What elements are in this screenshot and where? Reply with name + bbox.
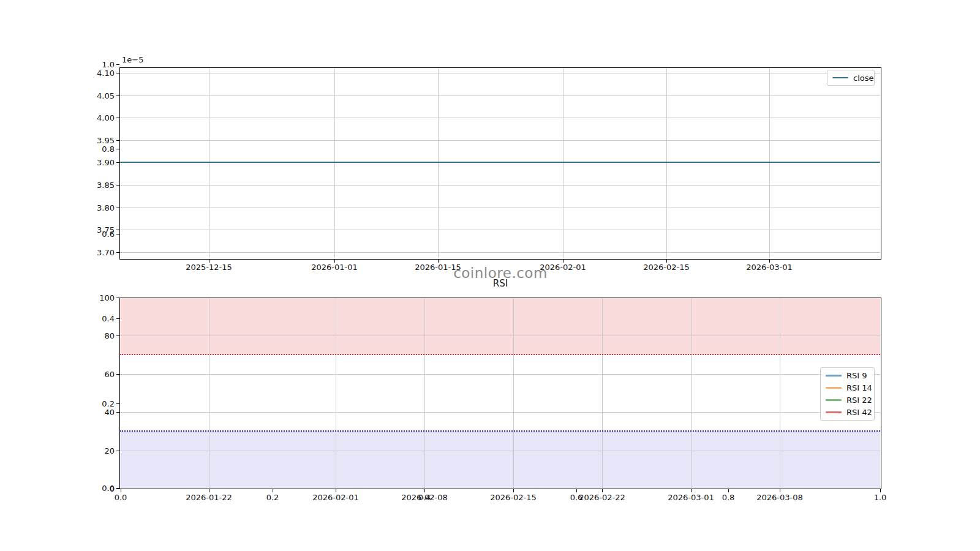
price-y-tick-label: 3.95	[97, 135, 115, 144]
gridline-horizontal	[120, 185, 880, 186]
overlay-y-tick-label: 0.4	[102, 314, 115, 323]
tick-mark	[116, 234, 119, 234]
tick-mark	[116, 252, 119, 253]
legend-label: RSI 9	[846, 371, 867, 380]
oversold-band	[120, 431, 880, 488]
chart-figure: 1e−5 coinlore.com RSI close RSI 9RSI 14R…	[0, 0, 980, 551]
gridline-vertical	[780, 298, 780, 488]
overlay-y-tick-label: 0.6	[102, 229, 115, 238]
gridline-horizontal	[120, 335, 880, 336]
tick-mark	[576, 489, 577, 492]
gridline-horizontal	[120, 118, 880, 118]
rsi-x-tick-label: 2026-02-01	[312, 493, 359, 502]
tick-mark	[121, 489, 121, 492]
gridline-vertical	[424, 298, 425, 488]
tick-mark	[336, 489, 336, 492]
price-x-tick-label: 2026-02-01	[540, 263, 586, 272]
gridline-vertical	[513, 298, 514, 488]
gridline-horizontal	[120, 412, 880, 413]
price-y-tick-label: 3.80	[97, 203, 115, 212]
rsi-legend: RSI 9RSI 14RSI 22RSI 42	[820, 367, 875, 421]
rsi-x-tick-label: 2026-01-22	[186, 493, 232, 502]
overbought-threshold-line	[120, 354, 880, 355]
tick-mark	[116, 374, 119, 375]
overlay-y-tick-label: 1.0	[102, 60, 115, 69]
rsi-y-tick-label: 0	[110, 484, 115, 493]
overlay-x-tick-label: 1.0	[874, 493, 887, 502]
legend-line-sample	[826, 399, 842, 401]
rsi-panel-title: RSI	[493, 278, 508, 289]
rsi-y-tick-label: 100	[99, 293, 115, 302]
tick-mark	[116, 318, 119, 319]
gridline-horizontal	[120, 140, 880, 141]
tick-mark	[116, 208, 119, 208]
tick-mark	[116, 230, 119, 230]
tick-mark	[602, 489, 603, 492]
gridline-horizontal	[120, 96, 880, 96]
tick-mark	[424, 489, 425, 492]
legend-row: RSI 42	[826, 408, 869, 417]
price-x-tick-label: 2026-02-15	[643, 263, 690, 272]
gridline-horizontal	[120, 451, 880, 451]
gridline-horizontal	[120, 208, 880, 208]
price-x-tick-label: 2026-03-01	[746, 263, 793, 272]
rsi-x-tick-label: 2026-02-22	[579, 493, 625, 502]
price-y-tick-label: 4.10	[97, 69, 115, 78]
price-x-tick-label: 2025-12-15	[186, 263, 232, 272]
rsi-x-tick-label: 2026-03-01	[668, 493, 714, 502]
rsi-x-tick-label: 2026-02-15	[490, 493, 537, 502]
close-legend: close	[827, 70, 875, 86]
tick-mark	[513, 489, 514, 492]
tick-mark	[273, 489, 273, 492]
tick-mark	[116, 412, 119, 413]
gridline-vertical	[336, 298, 336, 488]
overlay-x-tick-label: 0.2	[266, 493, 279, 502]
tick-mark	[116, 298, 119, 298]
legend-row: RSI 14	[826, 383, 869, 392]
oversold-threshold-line	[120, 430, 880, 432]
tick-mark	[116, 118, 119, 118]
tick-mark	[116, 96, 119, 96]
tick-mark	[116, 403, 119, 404]
tick-mark	[116, 162, 119, 163]
price-y-tick-label: 4.00	[97, 113, 115, 122]
gridline-horizontal	[120, 252, 880, 253]
tick-mark	[691, 489, 692, 492]
rsi-y-tick-label: 20	[104, 446, 115, 455]
tick-mark	[116, 489, 119, 489]
legend-line-sample	[826, 411, 842, 413]
overlay-x-tick-label: 0.6	[570, 493, 583, 502]
rsi-y-tick-label: 60	[104, 369, 115, 378]
gridline-vertical	[602, 298, 603, 488]
rsi-x-tick-label: 2026-03-08	[756, 493, 803, 502]
tick-mark	[116, 149, 119, 149]
legend-row: RSI 9	[826, 371, 869, 380]
tick-mark	[728, 489, 729, 492]
overlay-x-tick-label: 0.4	[418, 493, 431, 502]
close-line	[120, 162, 880, 163]
legend-line-sample	[826, 387, 842, 389]
legend-label: close	[853, 73, 873, 83]
rsi-y-tick-label: 80	[104, 331, 115, 340]
tick-mark	[880, 489, 881, 492]
price-x-tick-label: 2026-01-15	[415, 263, 461, 272]
legend-line-sample	[832, 77, 848, 78]
tick-mark	[116, 73, 119, 73]
y-axis-offset-label: 1e−5	[122, 56, 143, 64]
overlay-x-tick-label: 0.8	[722, 493, 735, 502]
gridline-horizontal	[120, 374, 880, 375]
price-panel	[119, 67, 881, 260]
price-y-tick-label: 3.70	[97, 247, 115, 257]
tick-mark	[116, 140, 119, 141]
legend-line-sample	[826, 375, 842, 377]
tick-mark	[116, 185, 119, 186]
legend-label: RSI 22	[846, 395, 872, 405]
tick-mark	[116, 335, 119, 336]
overbought-band	[120, 298, 880, 354]
tick-mark	[116, 64, 119, 65]
legend-label: RSI 42	[846, 408, 872, 417]
price-y-tick-label: 3.85	[97, 181, 115, 190]
gridline-horizontal	[120, 73, 880, 73]
legend-row: RSI 22	[826, 395, 869, 405]
price-y-tick-label: 3.90	[97, 158, 115, 167]
